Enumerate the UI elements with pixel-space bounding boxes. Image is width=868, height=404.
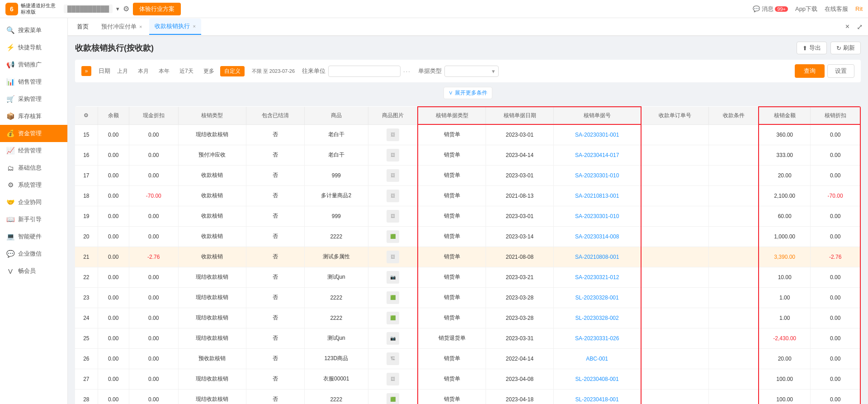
sidebar-item-8[interactable]: 🗂基础信息 — [0, 159, 67, 176]
date-btn-7days[interactable]: 近7天 — [175, 66, 198, 76]
tab-close-btn[interactable]: × — [844, 21, 851, 33]
cell-r3-c5: 多计量商品2 — [304, 185, 368, 206]
export-button[interactable]: ⬆ 导出 — [797, 42, 827, 54]
sidebar-item-14[interactable]: V畅会员 — [0, 262, 67, 280]
setting-button[interactable]: 设置 — [827, 64, 854, 78]
tab-home[interactable]: 首页 — [71, 19, 94, 35]
table-row: 150.000.00现结收款核销否老白干🖼销货单2023-03-01SA-202… — [75, 124, 860, 145]
cell-r13-c1: 0.00 — [98, 389, 129, 404]
expand-more-btn[interactable]: ∨ 展开更多条件 — [443, 87, 492, 99]
table-row: 220.000.00现结收款核销否测试jun📷销货单2023-03-21SA-2… — [75, 267, 860, 287]
cell-r0-c0: 15 — [75, 124, 98, 145]
sidebar-item-3[interactable]: 📊销售管理 — [0, 73, 67, 90]
cell-r3-c9[interactable]: SA-20210813-001 — [553, 185, 641, 206]
date-range: 不限 至 2023-07-26 — [252, 68, 295, 75]
date-filter: 日期 上月 本月 本年 近7天 更多 自定义 — [99, 66, 245, 76]
cell-r3-c8: 2021-08-13 — [486, 185, 554, 206]
app-download-link[interactable]: App下载 — [795, 5, 817, 13]
cell-r0-c9[interactable]: SA-20230301-001 — [553, 124, 641, 145]
col-header-5: 商品 — [304, 107, 368, 124]
cell-r3-c0: 18 — [75, 185, 98, 206]
sidebar-item-6[interactable]: 💰资金管理 — [0, 125, 67, 142]
top-bar-right: 💬 消息 99+ App下载 在线客服 Rit — [753, 5, 863, 13]
cell-r1-c11 — [709, 145, 759, 165]
date-btn-more[interactable]: 更多 — [199, 66, 218, 76]
cell-r13-c8: 2023-04-18 — [486, 389, 554, 404]
page-title: 收款核销执行(按收款) — [75, 43, 154, 53]
cell-r0-c10 — [641, 124, 709, 145]
sidebar-item-9[interactable]: ⚙系统管理 — [0, 176, 67, 194]
cell-r2-c1: 0.00 — [98, 165, 129, 185]
cell-r8-c9[interactable]: SL-20230328-001 — [553, 287, 641, 308]
page-actions: ⬆ 导出 ↻ 刷新 — [797, 42, 861, 54]
cell-r1-c9[interactable]: SA-20230414-017 — [553, 145, 641, 165]
cell-r11-c0: 26 — [75, 348, 98, 369]
filter-dots-1: ··· — [403, 68, 411, 75]
cell-r10-c9[interactable]: SA-20230331-026 — [553, 328, 641, 348]
cell-r11-c3: 预收款核销 — [178, 348, 246, 369]
partner-input[interactable] — [328, 66, 401, 77]
cell-r6-c9[interactable]: SA-20210808-001 — [553, 247, 641, 267]
cell-r11-c12: 20.00 — [759, 348, 811, 369]
date-btn-last-month[interactable]: 上月 — [113, 66, 132, 76]
cell-r10-c2: 0.00 — [129, 328, 178, 348]
tab-maximize-btn[interactable]: ⤢ — [855, 21, 864, 33]
cell-r12-c9[interactable]: SL-20230408-001 — [553, 369, 641, 389]
solution-button[interactable]: 体验行业方案 — [133, 3, 181, 15]
sidebar-item-0[interactable]: 🔍搜索菜单 — [0, 22, 67, 39]
sidebar-item-2[interactable]: 📢营销推广 — [0, 56, 67, 73]
date-btn-this-year[interactable]: 本年 — [155, 66, 174, 76]
cell-r4-c9[interactable]: SA-20230301-010 — [553, 206, 641, 226]
cell-r10-c7: 销货退货单 — [418, 328, 486, 348]
filter-expand-btn[interactable]: » — [81, 66, 91, 76]
cell-r3-c13: -70.00 — [811, 185, 860, 206]
tab-prepay-close[interactable]: × — [139, 24, 142, 29]
cell-r9-c9[interactable]: SL-20230328-002 — [553, 308, 641, 328]
sidebar-label-1: 快捷导航 — [18, 43, 42, 52]
cell-r11-c6: 🏗 — [368, 348, 418, 369]
tab-prepay-label: 预付冲应付单 — [101, 23, 137, 31]
cell-r6-c2: -2.76 — [129, 247, 178, 267]
company-dropdown-icon[interactable]: ▾ — [116, 5, 119, 12]
refresh-button[interactable]: ↻ 刷新 — [830, 42, 861, 54]
cell-r3-c7: 销货单 — [418, 185, 486, 206]
sidebar-item-13[interactable]: 💬企业微信 — [0, 245, 67, 262]
cell-r2-c8: 2023-03-01 — [486, 165, 554, 185]
cell-r1-c0: 16 — [75, 145, 98, 165]
partner-label: 往来单位 — [302, 67, 326, 75]
sidebar-item-12[interactable]: 💻智能硬件 — [0, 228, 67, 245]
sidebar-item-4[interactable]: 🛒采购管理 — [0, 90, 67, 108]
tab-prepay[interactable]: 预付冲应付单 × — [96, 19, 147, 35]
sidebar-item-5[interactable]: 📦库存核算 — [0, 108, 67, 125]
cell-r13-c9[interactable]: SL-20230418-001 — [553, 389, 641, 404]
table-wrapper: ⚙余额现金折扣核销类型包含已结清商品商品图片核销单据类型核销单据日期核销单据号收… — [75, 106, 861, 404]
cell-r6-c0: 21 — [75, 247, 98, 267]
cell-r4-c7: 销货单 — [418, 206, 486, 226]
cell-r2-c9[interactable]: SA-20230301-010 — [553, 165, 641, 185]
query-button[interactable]: 查询 — [795, 64, 825, 78]
bill-type-select[interactable] — [444, 66, 499, 77]
tab-collection-close[interactable]: × — [193, 24, 195, 29]
online-service-link[interactable]: 在线客服 — [825, 5, 848, 13]
cell-r7-c10 — [641, 267, 709, 287]
cell-r4-c12: 60.00 — [759, 206, 811, 226]
date-btn-custom[interactable]: 自定义 — [220, 66, 245, 76]
cell-r4-c4: 否 — [246, 206, 304, 226]
sidebar-item-7[interactable]: 📈经营管理 — [0, 142, 67, 159]
gear-icon[interactable]: ⚙ — [123, 5, 129, 13]
sidebar-item-11[interactable]: 📖新手引导 — [0, 211, 67, 228]
sidebar-item-1[interactable]: ⚡快捷导航 — [0, 39, 67, 56]
cell-r7-c9[interactable]: SA-20230321-012 — [553, 267, 641, 287]
sidebar-item-10[interactable]: 🤝企业协同 — [0, 194, 67, 211]
col-header-9: 核销单据号 — [553, 107, 641, 124]
cell-r2-c12: 20.00 — [759, 165, 811, 185]
message-icon[interactable]: 💬 消息 99+ — [753, 5, 788, 13]
cell-r9-c4: 否 — [246, 308, 304, 328]
cell-r5-c9[interactable]: SA-20230314-008 — [553, 226, 641, 247]
cell-r10-c11 — [709, 328, 759, 348]
cell-r9-c7: 销货单 — [418, 308, 486, 328]
date-btn-this-month[interactable]: 本月 — [134, 66, 153, 76]
tab-collection[interactable]: 收款核销执行 × — [149, 19, 201, 35]
tab-bar-actions: × ⤢ — [844, 21, 864, 33]
cell-r11-c9[interactable]: ABC-001 — [553, 348, 641, 369]
